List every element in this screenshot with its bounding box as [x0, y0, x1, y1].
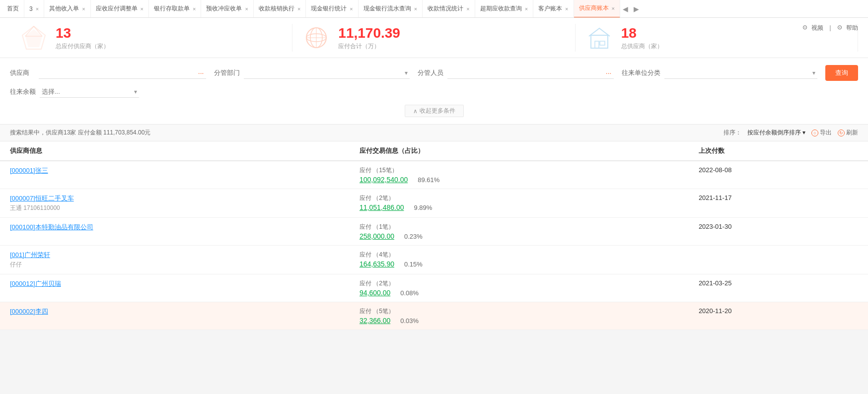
nav-tab-customer-account-close[interactable]: ×: [565, 6, 568, 12]
amount-link[interactable]: 258,000.00: [360, 232, 394, 240]
department-input[interactable]: [244, 67, 403, 78]
sort-value[interactable]: 按应付余额倒序排序 ▾: [747, 129, 805, 137]
nav-tab-bank-deposit-close[interactable]: ×: [193, 6, 196, 12]
nav-tab-advance-write-close[interactable]: ×: [245, 6, 248, 12]
ap-label: 应付 （4笔）: [360, 251, 679, 259]
category-field: 往来单位分类 ▾: [622, 67, 818, 79]
category-dropdown-btn[interactable]: ▾: [810, 68, 817, 77]
supplier-link[interactable]: [000012]广州贝瑞: [10, 280, 61, 287]
nav-tab-collection-exec[interactable]: 收款核销执行 ×: [254, 0, 306, 18]
nav-tab-customer-account[interactable]: 客户账本 ×: [533, 0, 574, 18]
export-icon: ○: [811, 130, 818, 136]
nav-tab-3-close[interactable]: ×: [36, 6, 39, 12]
result-summary: 搜索结果中，供应商13家 应付金额 111,703,854.00元: [10, 129, 150, 137]
person-input-wrapper: ···: [447, 67, 614, 79]
supplier-input[interactable]: [39, 67, 196, 78]
separator: ｜: [827, 24, 833, 32]
supplier-info-cell: [000100]本特勤油品有限公司: [0, 218, 350, 246]
category-input[interactable]: [664, 67, 811, 78]
amount-link[interactable]: 94,600.00: [360, 289, 390, 297]
nav-tab-advance-write[interactable]: 预收冲应收单 ×: [201, 0, 253, 18]
department-field: 分管部门 ▾: [214, 67, 410, 79]
collapse-chevron-icon: ∧: [413, 108, 418, 115]
ap-info-cell: 应付 （2笔）94,600.000.08%: [350, 274, 689, 302]
nav-right-arrow[interactable]: ▶: [631, 0, 642, 18]
export-button[interactable]: ○ 导出: [811, 129, 832, 137]
nav-tab-cash-bank-stat-close[interactable]: ×: [350, 6, 353, 12]
nav-tab-customer-account-label: 客户账本: [538, 4, 562, 13]
nav-tab-cash-bank-flow-close[interactable]: ×: [414, 6, 417, 12]
supplier-link[interactable]: [000100]本特勤油品有限公司: [10, 223, 93, 231]
nav-tab-collection-stat[interactable]: 收款情况统计 ×: [423, 0, 475, 18]
person-input[interactable]: [447, 67, 604, 78]
nav-tab-other-income-close[interactable]: ×: [82, 6, 85, 12]
nav-tab-home[interactable]: 首页: [2, 0, 24, 18]
search-area: 供应商 ··· 分管部门 ▾ 分管人员 ··· 往来单位分类 ▾: [0, 58, 868, 125]
last-payment-cell: 2021-03-25: [689, 274, 868, 302]
supplier-sub-info: 王通 17106110000: [10, 204, 340, 212]
nav-tab-collection-exec-close[interactable]: ×: [297, 6, 300, 12]
svg-rect-12: [600, 41, 605, 45]
refresh-icon: ↻: [838, 130, 845, 136]
percentage-text: 0.15%: [404, 261, 423, 268]
sort-label: 排序：: [723, 129, 741, 137]
nav-tab-collection-stat-close[interactable]: ×: [466, 6, 469, 12]
nav-tab-supplier-account-close[interactable]: ×: [612, 5, 615, 11]
nav-tab-ap-adjust-label: 应收应付调整单: [96, 4, 138, 13]
collapse-row: ∧ 收起更多条件: [10, 103, 858, 119]
refresh-button[interactable]: ↻ 刷新: [838, 129, 858, 137]
supplier-link[interactable]: [000001]张三: [10, 167, 48, 174]
amount-link[interactable]: 11,051,486.00: [360, 203, 404, 211]
header-supplier-info: 供应商信息: [0, 141, 350, 161]
nav-left-arrow[interactable]: ◀: [620, 0, 631, 18]
svg-rect-11: [595, 41, 599, 48]
nav-tab-bank-deposit-label: 银行存取款单: [154, 4, 190, 13]
table-container: 供应商信息 应付交易信息（占比） 上次付数 [000001]张三应付 （15笔）…: [0, 141, 868, 330]
ap-info-cell: 应付 （15笔）100,092,540.0089.61%: [350, 161, 689, 189]
supplier-link[interactable]: [000002]李四: [10, 308, 48, 315]
query-button[interactable]: 查询: [825, 65, 858, 81]
nav-tab-ap-adjust-close[interactable]: ×: [141, 6, 144, 12]
table-row: [000001]张三应付 （15笔）100,092,540.0089.61%20…: [0, 161, 868, 189]
collapse-label: 收起更多条件: [420, 107, 455, 115]
supplier-info-cell: [000002]李四: [0, 302, 350, 330]
supplier-ellipsis-btn[interactable]: ···: [196, 68, 206, 78]
supplier-link[interactable]: [001]广州荣轩: [10, 251, 50, 259]
balance-dropdown-btn[interactable]: ▾: [132, 87, 139, 96]
nav-tab-3[interactable]: 3 ×: [24, 0, 44, 18]
nav-tab-supplier-account[interactable]: 供应商账本 ×: [574, 0, 620, 18]
export-label: 导出: [820, 129, 832, 137]
nav-tab-overdue-query-close[interactable]: ×: [525, 6, 528, 12]
help-link[interactable]: 帮助: [846, 24, 858, 32]
department-dropdown-btn[interactable]: ▾: [403, 68, 410, 77]
supplier-info-cell: [000001]张三: [0, 161, 350, 189]
ap-info-cell: 应付 （1笔）258,000.000.23%: [350, 218, 689, 246]
svg-marker-1: [25, 29, 42, 47]
nav-tab-overdue-query[interactable]: 超期应收款查询 ×: [475, 0, 533, 18]
supplier-link[interactable]: [000007]恒旺二手叉车: [10, 195, 74, 202]
amount-link[interactable]: 100,092,540.00: [360, 176, 408, 184]
refresh-label: 刷新: [846, 129, 858, 137]
amount-link[interactable]: 32,366.00: [360, 317, 390, 325]
svg-rect-10: [591, 35, 608, 48]
table-header-row: 供应商信息 应付交易信息（占比） 上次付数: [0, 141, 868, 161]
nav-tab-ap-adjust[interactable]: 应收应付调整单 ×: [91, 0, 149, 18]
person-ellipsis-btn[interactable]: ···: [604, 68, 614, 78]
ap-info-cell: 应付 （5笔）32,366.000.03%: [350, 302, 689, 330]
video-icon: ⊙: [802, 24, 807, 32]
nav-tab-bank-deposit[interactable]: 银行存取款单 ×: [149, 0, 201, 18]
nav-tab-overdue-query-label: 超期应收款查询: [480, 4, 522, 13]
collapse-button[interactable]: ∧ 收起更多条件: [405, 105, 464, 117]
search-row-2: 往来余额 ▾: [10, 86, 858, 98]
percentage-text: 0.08%: [400, 289, 419, 297]
supplier-field: 供应商 ···: [10, 67, 206, 79]
nav-tab-cash-bank-flow[interactable]: 现金银行流水查询 ×: [359, 0, 423, 18]
nav-tab-cash-bank-stat[interactable]: 现金银行统计 ×: [306, 0, 358, 18]
stats-bar: 13 总应付供应商（家） 11,170.39 应付合计（万）: [0, 18, 868, 58]
table-row: [001]广州荣轩仔仔应付 （4笔）164,635.900.15%: [0, 246, 868, 274]
video-link[interactable]: 视频: [811, 24, 823, 32]
nav-tab-cash-bank-flow-label: 现金银行流水查询: [363, 4, 411, 13]
balance-input[interactable]: [40, 86, 132, 97]
amount-link[interactable]: 164,635.90: [360, 260, 394, 268]
nav-tab-other-income[interactable]: 其他收入单 ×: [44, 0, 90, 18]
